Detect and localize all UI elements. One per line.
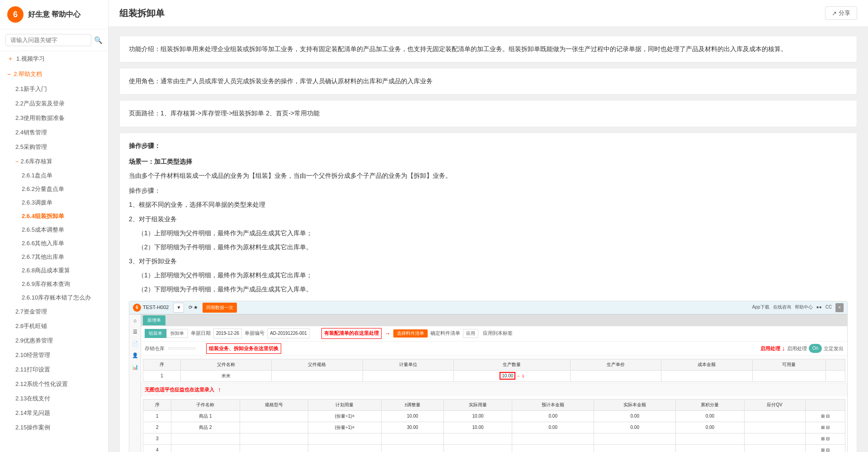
sidebar-item-ledger-query[interactable]: 2.6.9库存账本查询 [0,277,108,291]
table-row: 3⊞ ⊟ [143,433,845,445]
mock-chart-icon: 📊 [132,363,138,372]
sidebar-item-sales[interactable]: 2.4销售管理 [0,125,108,140]
sidebar-item-inventory[interactable]: − 2.6库存核算 [0,154,108,169]
sidebar-item-video[interactable]: ＋ 1.视频学习 [0,51,108,67]
sidebar-item-purchase[interactable]: 2.5采购管理 [0,140,108,154]
share-button[interactable]: ↗ 分享 [825,6,857,20]
sidebar-item-label: 2.帮助文档 [14,70,42,78]
annotation-text-1: 有装配清单的在这里处理 [321,328,382,339]
mock-store-row: 存销仓库 组装业务、拆卸业务在这里切换 启用处理 ↓ 启用处理 On 立定发出 [141,342,847,356]
mock-th-seq: 序 [143,359,181,371]
annotation-text-4: 无图也适平也征益也在这里录入 [145,385,214,395]
mock-date-label: 单据日期 [191,329,211,338]
mock-something-label: 确定料件清单 [430,329,460,338]
mock-people-icon: 👤 [132,351,138,360]
step3-1: （1）上部明细为父件明细，最终作为原材料生成其它出库单； [129,270,848,281]
mock-disassemble-btn[interactable]: 拆卸单 [166,329,188,338]
mock-td-action [826,371,845,382]
mock-child-th-adj: ±调整量 [381,400,443,411]
share-label: 分享 [839,9,850,17]
path-text: 页面路径：1、库存核算->库存管理->组装拆卸单 2、首页->常用功能 [129,109,320,117]
mock-date-input: 2019-12-26 [213,328,242,338]
mock-enable-label: 启用处理 [787,344,807,353]
mock-form-type-area: 组装单 拆卸单 单据日期 2019-12-26 单据编号 AD-20191226… [141,326,847,342]
main-area: 组装拆卸单 ↗ 分享 功能介绍：组装拆卸单用来处理企业组装或拆卸等加工业务，支持… [108,0,868,452]
sidebar-item-cost-recalc[interactable]: 2.6.8商品成本重算 [0,264,108,277]
logo-area: 6 好生意 帮助中心 [0,0,108,29]
sidebar-item-label: 1.视频学习 [16,55,45,63]
main-header: 组装拆卸单 ↗ 分享 [108,0,868,27]
sidebar-item-payment[interactable]: 2.13在线支付 [0,391,108,406]
mock-topbar-right: App下载 在线咨询 帮助中心 ●● CC × [752,303,844,312]
mock-th-parent-spec: 父件规格 [272,359,363,371]
arrow-up-icon: ↑ [218,384,221,395]
scene1-title: 场景一：加工类型选择 [129,156,848,167]
sidebar-item-ledger-fix[interactable]: 2.6.10库存账本错了怎么办 [0,291,108,305]
annotation-text-3: 启用处理 [760,344,780,353]
sidebar-item-ops[interactable]: 2.10经营管理 [0,348,108,362]
plus-icon: ＋ [7,55,14,63]
scene1-desc: 当由多个子件材料组装成一个成品的业务为【组装】业务，当由一个父件拆分成多个子产品… [129,170,848,181]
desc-text-2: 使用角色：通常由生产人员或库管人员完成拆装业务的操作，库管人员确认原材料的出库和… [129,77,433,85]
mock-select-bom-btn[interactable]: 选择料件清单 [393,329,428,338]
mock-child-table: 序 子件名称 规格型号 计划用量 ±调整量 实际用量 预计本金额 实际本金额 [143,399,845,452]
mock-type-toggle: 组装单 拆卸单 [145,329,188,338]
search-input[interactable] [5,34,91,46]
sidebar-item-cost-adj[interactable]: 2.6.5成本调整单 [0,223,108,237]
sidebar-item-newbie[interactable]: 2.1新手入门 [0,82,108,96]
search-button[interactable]: 🔍 [94,36,103,44]
sidebar-item-coupon[interactable]: 2.9优惠券管理 [0,333,108,348]
minus-icon-inv: − [15,158,19,165]
mock-right-controls: 启用处理 ↓ 启用处理 On 立定发出 [760,343,844,354]
mock-td-unit [363,371,453,382]
sidebar-item-stock-check[interactable]: 2.6.1盘点单 [0,169,108,182]
mock-parent-table: 序 父件名称 父件规格 计量单位 生产数量 生产单价 成本金额 可用量 [143,359,845,382]
sidebar-item-finance[interactable]: 2.7资金管理 [0,305,108,319]
sidebar-item-partial-stock[interactable]: 2.6.2分量盘点单 [0,182,108,196]
sidebar-item-in-other[interactable]: 2.6.6其他入库单 [0,237,108,250]
logo-icon: 6 [7,6,24,23]
step1: 1、根据不同的业务，选择不同单据的类型来处理 [129,199,848,210]
mock-annotation4-row: 无图也适平也征益也在这里录入 ↑ [141,383,847,396]
sidebar-item-out-other[interactable]: 2.6.7其他出库单 [0,250,108,264]
mock-td-seq: 1 [143,371,181,382]
sidebar-item-settings[interactable]: 2.12系统个性化设置 [0,377,108,391]
mock-child-th-actual: 实际用量 [443,400,512,411]
sidebar-item-faq[interactable]: 2.14常见问题 [0,406,108,420]
search-area: 🔍 [0,29,108,51]
mock-parent-table-area: 序 父件名称 父件规格 计量单位 生产数量 生产单价 成本金额 可用量 [141,356,847,383]
main-body: 功能介绍：组装拆卸单用来处理企业组装或拆卸等加工业务，支持有固定装配清单的产品加… [108,27,868,452]
mock-something-btn2: 应用到本标签 [483,329,513,338]
mock-child-th-name: 子件名称 [171,400,240,411]
desc-text-1: 功能介绍：组装拆卸单用来处理企业组装或拆卸等加工业务，支持有固定装配清单的产品加… [129,45,787,52]
sidebar-item-transfer[interactable]: 2.6.3调拨单 [0,196,108,209]
sidebar-item-docs[interactable]: − 2.帮助文档 [0,67,108,82]
table-row: 4⊞ ⊟ [143,445,845,452]
sidebar-item-mobile[interactable]: 2.8手机旺铺 [0,319,108,333]
mock-star-icon: ★ [193,303,198,312]
sidebar-item-install[interactable]: 2.2产品安装及登录 [0,96,108,111]
arrow-down-icon: ↓ [782,343,785,354]
sidebar-item-data-prep[interactable]: 2.3使用前数据准备 [0,111,108,125]
mock-logo: 6 [133,304,141,312]
mock-right-area: 新增单 组装单 拆卸单 单据日期 2019-12-26 单据编号 [141,314,847,452]
sidebar-item-print[interactable]: 2.11打印设置 [0,362,108,377]
mock-tab-active: 新增单 [143,315,165,325]
table-row: 1 商品 1 (份量÷1)× 10.00 10.00 0.00 0.00 [143,411,845,422]
sidebar-item-cases[interactable]: 2.15操作案例 [0,420,108,435]
mock-th-ops [826,359,845,371]
mock-left-icons: ⌂ ☰ 📄 👤 📊 [129,314,141,452]
arrow-icon-1: → [384,328,391,339]
table-row: 1 米米 10.00 ← 1 [143,371,845,382]
desc-card-2: 使用角色：通常由生产人员或库管人员完成拆装业务的操作，库管人员确认原材料的出库和… [119,68,857,95]
mock-th-cost: 成本金额 [661,359,752,371]
mock-store-label: 存销仓库 [145,344,165,353]
mock-on-toggle[interactable]: On [809,344,822,353]
sidebar-item-assembly[interactable]: 2.6.4组装拆卸单 [0,209,108,223]
mock-home-icon: ⌂ [133,316,137,325]
mock-apply-btn[interactable]: 应用 [463,329,478,338]
mock-dropdown: ▼ [173,303,184,313]
mock-tab-bar: 新增单 [141,314,847,326]
mock-td-spec [272,371,363,382]
mock-assemble-btn[interactable]: 组装单 [145,329,166,338]
